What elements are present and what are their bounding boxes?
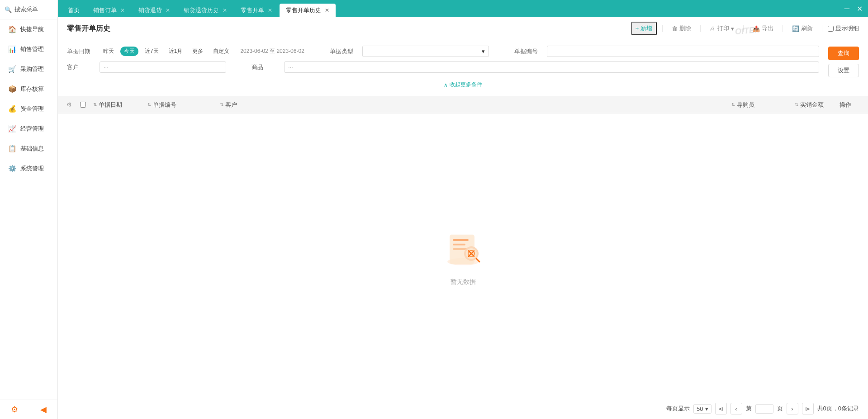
add-button[interactable]: + 新增 [631,22,657,35]
type-filter-label: 单据类型 [330,47,355,56]
empty-state: 暂无数据 [58,113,868,398]
print-button[interactable]: 🖨 打印 ▾ [706,23,738,34]
date-today[interactable]: 今天 [120,47,138,56]
empty-icon [441,226,486,271]
column-settings-btn[interactable]: ⚙ [62,101,76,108]
sort-icon: ⇅ [795,102,798,107]
date-range-display: 2023-06-02 至 2023-06-02 [240,47,304,55]
customer-filter-input[interactable]: ··· [100,61,226,73]
tab-sales-return-history-close[interactable]: ✕ [223,7,227,14]
sort-icon: ⇅ [731,102,735,107]
divider-2 [700,25,701,32]
sidebar-item-sales-mgmt[interactable]: 📊 销售管理 [0,39,57,59]
first-page-btn[interactable]: ⊲ [715,403,727,414]
sidebar-item-basic-info[interactable]: 📋 基础信息 [0,139,57,159]
tab-bar: 首页 销售订单 ✕ 销货退货 ✕ 销货退货历史 ✕ 零售开单 ✕ 零售开单历史 … [58,0,868,17]
sidebar-item-label: 库存核算 [20,85,44,93]
tab-sales-order[interactable]: 销售订单 ✕ [87,4,131,17]
col-customer-header[interactable]: ⇅ 客户 [216,101,728,109]
sidebar-item-purchase-mgmt[interactable]: 🛒 采购管理 [0,59,57,79]
date-yesterday[interactable]: 昨天 [100,47,118,56]
date-1month[interactable]: 近1月 [165,47,186,56]
tab-sales-return[interactable]: 销货退货 ✕ [132,4,176,17]
filter-date-options: 昨天 今天 近7天 近1月 更多 自定义 [100,47,233,56]
col-amount-header[interactable]: ⇅ 实销金额 [782,101,827,109]
tab-sales-order-close[interactable]: ✕ [120,7,125,14]
print-icon: 🖨 [710,25,716,32]
col-num-header[interactable]: ⇅ 单据编号 [144,101,216,109]
num-filter-input[interactable] [547,46,819,57]
svg-rect-4 [453,248,467,250]
collapse-sidebar-btn[interactable]: ◀ [40,405,47,414]
page-header: 零售开单历史 + 新增 🗑 删除 🖨 打印 ▾ 📤 导出 🔄 刷新 [58,17,868,40]
select-all-checkbox[interactable] [76,102,90,108]
delete-label: 删除 [679,24,691,33]
settings-bottom-btn[interactable]: ⚙ [11,405,18,414]
show-detail-checkbox[interactable]: 显示明细 [828,24,859,33]
sidebar-item-quick-nav[interactable]: 🏠 快捷导航 [0,19,57,39]
date-custom[interactable]: 自定义 [209,47,233,56]
customer-filter-label: 客户 [67,63,92,71]
num-filter-label: 单据编号 [514,47,540,56]
window-close-btn[interactable]: ✕ [855,5,864,13]
type-filter-select[interactable]: ▾ [362,46,489,57]
tab-sales-return-label: 销货退货 [138,6,162,14]
sort-icon: ⇅ [93,102,97,107]
delete-button[interactable]: 🗑 删除 [668,23,695,34]
goods-filter-input[interactable]: ··· [284,61,819,73]
divider-4 [783,25,783,32]
select-all-input[interactable] [80,102,86,108]
tab-bar-right: ─ ✕ [843,5,864,13]
collapse-label: 收起更多条件 [450,81,482,89]
divider-5 [822,25,822,32]
refresh-button[interactable]: 🔄 刷新 [788,23,816,34]
search-icon: 🔍 [5,6,12,13]
sidebar-search[interactable]: 🔍 搜索采单 [0,0,57,19]
col-date-header[interactable]: ⇅ 单据日期 [90,101,144,109]
tab-retail-history-close[interactable]: ✕ [325,7,329,14]
collapse-icon: ∧ [444,82,448,88]
page-size-select[interactable]: 50 ▾ [693,404,711,414]
last-page-btn[interactable]: ⊳ [802,403,814,414]
sidebar-item-inventory[interactable]: 📦 库存核算 [0,79,57,99]
divider-1 [662,25,663,32]
filter-row-2: 客户 ··· 商品 ··· [67,61,819,73]
date-7days[interactable]: 近7天 [141,47,162,56]
page-num-input[interactable]: 1 [755,404,773,414]
prev-page-btn[interactable]: ‹ [730,403,742,414]
setting-button[interactable]: 设置 [828,64,859,77]
clipboard-icon: 📋 [8,144,17,153]
sidebar-item-label: 快捷导航 [20,25,44,33]
collapse-filter-btn[interactable]: ∧ 收起更多条件 [438,79,488,90]
show-detail-input[interactable] [828,26,834,32]
sidebar-item-finance[interactable]: 💰 资金管理 [0,99,57,119]
sidebar-item-operations[interactable]: 📈 经营管理 [0,119,57,139]
date-filter-label: 单据日期 [67,47,92,56]
col-guide-header[interactable]: ⇅ 导购员 [728,101,782,109]
sidebar-item-system-mgmt[interactable]: ⚙️ 系统管理 [0,159,57,179]
col-date-label: 单据日期 [99,101,122,109]
print-dropdown-icon: ▾ [731,25,734,32]
filter-area: 单据日期 昨天 今天 近7天 近1月 更多 自定义 2023-06-02 至 2… [58,40,868,96]
tab-home[interactable]: 首页 [62,4,86,17]
tab-retail-open-close[interactable]: ✕ [268,7,272,14]
total-text: 共0页，0条记录 [817,405,859,413]
action-buttons: 查询 设置 [828,46,859,77]
sort-icon: ⇅ [147,102,151,107]
tab-retail-history[interactable]: 零售开单历史 ✕ [280,4,336,17]
tab-retail-open[interactable]: 零售开单 ✕ [234,4,279,17]
svg-rect-3 [453,244,465,245]
next-page-btn[interactable]: › [787,403,798,414]
query-button[interactable]: 查询 [828,47,859,60]
per-page-label: 每页显示 [666,405,690,413]
window-minimize-btn[interactable]: ─ [843,5,851,13]
box-icon: 📦 [8,85,17,94]
sidebar-item-label: 采购管理 [20,65,44,73]
col-num-label: 单据编号 [153,101,176,109]
refresh-label: 刷新 [801,24,813,33]
trending-icon: 📈 [8,124,17,133]
export-button[interactable]: 📤 导出 [749,23,777,34]
tab-sales-return-close[interactable]: ✕ [166,7,170,14]
tab-sales-return-history[interactable]: 销货退货历史 ✕ [177,4,233,17]
date-more[interactable]: 更多 [189,47,207,56]
